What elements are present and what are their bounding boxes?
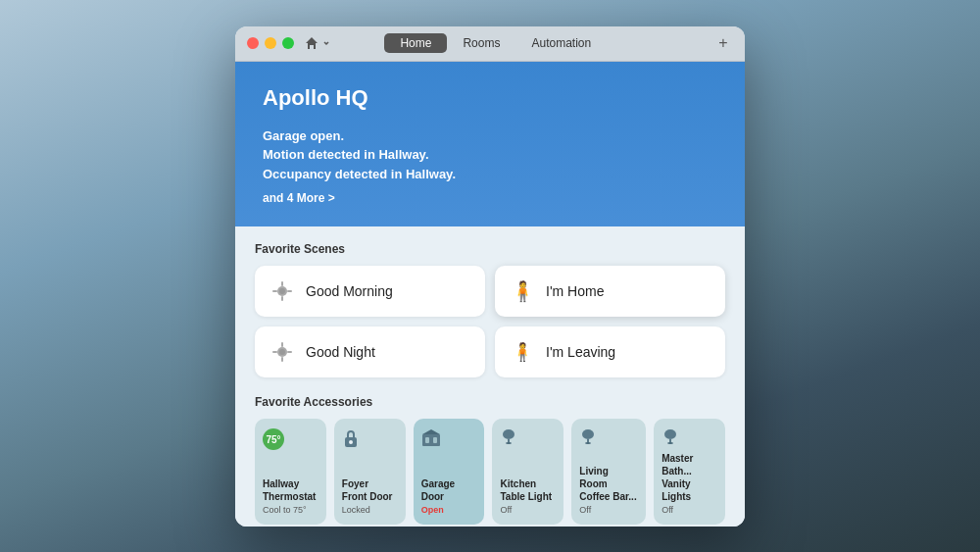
vanity-name: Master Bath...Vanity Lights xyxy=(662,452,717,503)
acc-master-bath-vanity[interactable]: Master Bath...Vanity Lights Off xyxy=(654,419,725,525)
home-app-window: Home Rooms Automation + Apollo HQ Garage… xyxy=(235,26,745,527)
alert-2: Motion detected in Hallway. xyxy=(263,145,717,165)
good-morning-label: Good Morning xyxy=(306,283,393,299)
svg-point-13 xyxy=(349,440,353,444)
coffee-bar-name: Living RoomCoffee Bar... xyxy=(579,465,638,503)
close-button[interactable] xyxy=(247,37,259,49)
lock-icon xyxy=(342,428,398,448)
maximize-button[interactable] xyxy=(282,37,294,49)
scene-im-home[interactable]: 🧍 I'm Home xyxy=(495,266,725,317)
coffee-bar-status: Off xyxy=(579,505,638,515)
svg-point-22 xyxy=(585,442,591,444)
tab-home[interactable]: Home xyxy=(384,33,447,53)
scenes-grid: Good Morning 🧍 I'm Home xyxy=(255,266,725,377)
minimize-button[interactable] xyxy=(265,37,276,49)
im-home-label: I'm Home xyxy=(546,283,604,299)
svg-point-7 xyxy=(279,349,285,355)
foyer-door-name: FoyerFront Door xyxy=(342,477,398,503)
svg-point-25 xyxy=(667,442,673,444)
tab-automation[interactable]: Automation xyxy=(515,33,607,53)
accessories-grid: 75° HallwayThermostat Cool to 75° xyxy=(255,419,725,527)
im-home-icon: 🧍 xyxy=(509,277,536,305)
kitchen-light-status: Off xyxy=(500,505,556,515)
traffic-lights xyxy=(247,37,294,49)
svg-point-23 xyxy=(664,429,676,439)
titlebar-tabs: Home Rooms Automation xyxy=(384,33,607,53)
acc-living-room-coffee-bar[interactable]: Living RoomCoffee Bar... Off xyxy=(571,419,646,525)
acc-kitchen-table-light[interactable]: KitchenTable Light Off xyxy=(492,419,564,525)
alerts-section: Garage open. Motion detected in Hallway.… xyxy=(263,126,717,208)
scene-im-leaving[interactable]: 🧍 I'm Leaving xyxy=(495,326,725,377)
tab-rooms[interactable]: Rooms xyxy=(447,33,515,53)
scenes-section-label: Favorite Scenes xyxy=(255,242,725,256)
svg-point-20 xyxy=(582,429,594,439)
acc-hallway-thermostat[interactable]: 75° HallwayThermostat Cool to 75° xyxy=(255,419,326,525)
vanity-icon xyxy=(662,428,717,448)
svg-rect-14 xyxy=(422,434,440,446)
app-title: Apollo HQ xyxy=(263,85,717,111)
scene-good-morning[interactable]: Good Morning xyxy=(255,266,485,317)
main-content: Apollo HQ Garage open. Motion detected i… xyxy=(235,62,745,527)
kitchen-light-name: KitchenTable Light xyxy=(500,477,556,503)
alert-3: Occupancy detected in Hallway. xyxy=(263,165,717,184)
svg-point-1 xyxy=(279,288,285,294)
titlebar: Home Rooms Automation + xyxy=(235,26,745,62)
add-button[interactable]: + xyxy=(713,34,733,52)
acc-foyer-door[interactable]: FoyerFront Door Locked xyxy=(334,419,406,525)
good-night-icon xyxy=(269,338,296,366)
accessories-section-label: Favorite Accessories xyxy=(255,395,725,409)
good-morning-icon xyxy=(269,277,296,305)
im-leaving-icon: 🧍 xyxy=(509,338,536,366)
garage-door-status: Open xyxy=(421,505,477,515)
svg-rect-16 xyxy=(433,437,437,443)
foyer-door-status: Locked xyxy=(342,505,398,515)
coffee-bar-icon xyxy=(579,428,638,448)
garage-door-name: GarageDoor xyxy=(421,477,477,503)
card-area: Favorite Scenes xyxy=(235,226,745,527)
acc-garage-door[interactable]: GarageDoor Open xyxy=(414,419,485,525)
thermostat-name: HallwayThermostat xyxy=(263,477,318,503)
vanity-status: Off xyxy=(662,505,717,515)
more-alerts-link[interactable]: and 4 More > xyxy=(263,189,717,207)
kitchen-light-icon xyxy=(500,428,556,448)
im-leaving-label: I'm Leaving xyxy=(546,344,615,360)
good-night-label: Good Night xyxy=(306,344,375,360)
garage-icon xyxy=(421,428,477,446)
thermostat-badge: 75° xyxy=(263,428,284,450)
alert-1: Garage open. xyxy=(263,126,717,146)
svg-rect-15 xyxy=(425,437,429,443)
header-section: Apollo HQ Garage open. Motion detected i… xyxy=(235,62,745,227)
scene-good-night[interactable]: Good Night xyxy=(255,326,485,377)
thermostat-status: Cool to 75° xyxy=(263,505,318,515)
home-nav-icon[interactable] xyxy=(304,35,331,51)
svg-point-19 xyxy=(506,442,512,444)
svg-point-17 xyxy=(503,429,514,439)
